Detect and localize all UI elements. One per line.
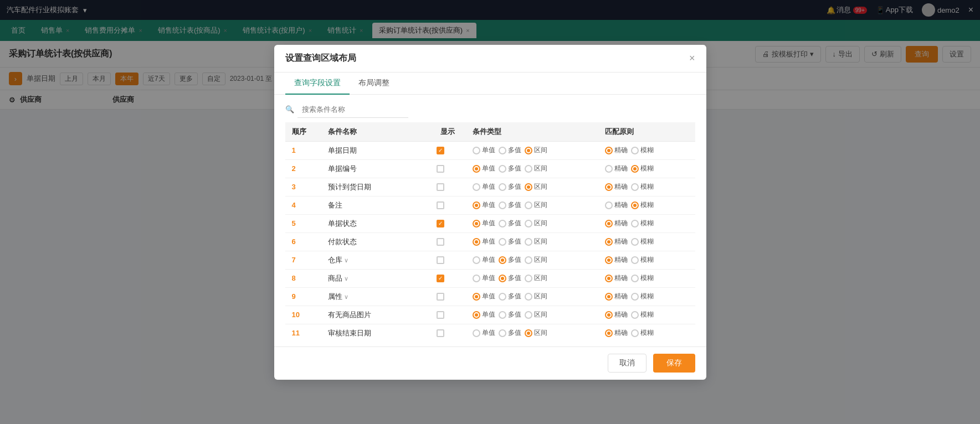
modal-title: 设置查询区域布局 bbox=[285, 53, 356, 64]
modal-tab-layout[interactable]: 布局调整 bbox=[350, 73, 398, 95]
modal-search-bar: 🔍 bbox=[274, 95, 706, 110]
modal-tab-query-fields[interactable]: 查询字段设置 bbox=[285, 73, 350, 95]
modal-overlay: 设置查询区域布局 × 查询字段设置 布局调整 🔍 顺序 条件名称 bbox=[0, 0, 980, 110]
modal-header: 设置查询区域布局 × bbox=[274, 45, 706, 73]
settings-modal: 设置查询区域布局 × 查询字段设置 布局调整 🔍 顺序 条件名称 bbox=[274, 45, 706, 110]
condition-search-input[interactable] bbox=[297, 101, 408, 110]
modal-tabs: 查询字段设置 布局调整 bbox=[274, 73, 706, 95]
search-icon: 🔍 bbox=[285, 105, 294, 110]
modal-close-btn[interactable]: × bbox=[689, 53, 695, 63]
